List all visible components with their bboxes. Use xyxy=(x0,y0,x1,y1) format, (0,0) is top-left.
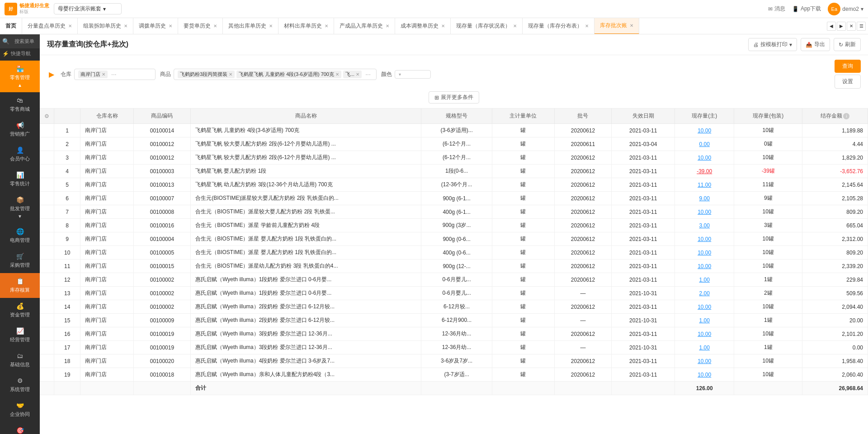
sidebar-item-retail-mall[interactable]: 🛍 零售商城 xyxy=(0,92,40,117)
sidebar-item-system-mgmt[interactable]: ⚙ 系统管理 xyxy=(0,373,40,397)
tab-inventory-status-label: 现存量（库存状况表） xyxy=(456,22,510,30)
td-qty-main[interactable]: 9.00 xyxy=(675,192,734,205)
nav-close-all-btn[interactable]: ✕ xyxy=(847,22,856,31)
td-qty-main[interactable]: 2.00 xyxy=(675,287,734,300)
tab-zu-chai[interactable]: 组装拆卸单历史 ✕ xyxy=(78,18,133,34)
expand-more-btn[interactable]: ⊞ 展开更多条件 xyxy=(429,91,479,104)
tab-yao-huo[interactable]: 要货单历史 ✕ xyxy=(178,18,223,34)
tab-cost-adj-close[interactable]: ✕ xyxy=(441,24,445,28)
td-qty-main[interactable]: 10.00 xyxy=(675,205,734,219)
td-qty-main[interactable]: 10.00 xyxy=(675,327,734,341)
tab-fen-pan[interactable]: 分量盘点单历史 ✕ xyxy=(22,18,78,34)
filter-warehouse-tag-close[interactable]: ✕ xyxy=(102,72,105,77)
tab-batch-voucher[interactable]: 库存批次账 ✕ xyxy=(594,18,639,34)
td-code: 00100002 xyxy=(133,300,190,314)
tab-product-in[interactable]: 产成品入库单历史 ✕ xyxy=(334,18,395,34)
filter-expand-icon[interactable]: ▶ xyxy=(47,70,56,79)
sidebar-item-retail-stats[interactable]: 📊 零售统计 xyxy=(0,167,40,192)
tab-zu-chai-close[interactable]: ✕ xyxy=(124,24,127,28)
tab-material-out-close[interactable]: ✕ xyxy=(325,24,328,28)
sidebar-quicknav-btn[interactable]: ⚡ 快捷导航 xyxy=(0,48,40,59)
sidebar-item-ecommerce[interactable]: 🌐 电商管理 xyxy=(0,223,40,248)
tab-tiao-bo-close[interactable]: ✕ xyxy=(169,24,172,28)
sidebar-item-member-center[interactable]: 👤 会员中心 xyxy=(0,142,40,167)
td-qty-pack: 2罐 xyxy=(734,287,802,300)
td-qty-main[interactable]: 1.00 xyxy=(675,341,734,354)
filter-color-input[interactable]: ▾ xyxy=(395,70,431,79)
sidebar-item-retail-mgmt[interactable]: 🏪 零售管理 ▲ xyxy=(0,61,40,92)
nav-prev-btn[interactable]: ◀ xyxy=(827,22,836,31)
sidebar-item-wholesale-mgmt[interactable]: 📦 批发管理 ▼ xyxy=(0,192,40,223)
sidebar-item-new-guide[interactable]: 🎯 新手引导 xyxy=(0,422,40,434)
tab-yao-huo-close[interactable]: ✕ xyxy=(213,24,217,28)
sidebar-item-system-mgmt-label: 系统管理 xyxy=(10,386,30,393)
content-area: 现存量查询(按仓库+批次) 🖨 按模板打印 ▾ 📤 导出 ↻ 刷新 xyxy=(40,34,868,434)
sidebar-item-base-info[interactable]: 🗂 基础信息 xyxy=(0,348,40,373)
tab-batch-voucher-close[interactable]: ✕ xyxy=(630,23,633,28)
nav-icon: ⚡ xyxy=(2,51,9,57)
filter-product-tag-3-close[interactable]: ✕ xyxy=(356,72,359,77)
td-qty-main[interactable]: 10.00 xyxy=(675,124,734,137)
tab-inventory-status-close[interactable]: ✕ xyxy=(513,24,517,28)
message-btn[interactable]: ✉ 消息 xyxy=(768,5,785,13)
td-qty-main[interactable]: 10.00 xyxy=(675,354,734,368)
th-settings[interactable]: ⚙ xyxy=(40,108,54,124)
sidebar-item-ops-mgmt[interactable]: 📈 经营管理 xyxy=(0,323,40,348)
tab-inventory-dist-close[interactable]: ✕ xyxy=(585,24,589,28)
tab-product-in-close[interactable]: ✕ xyxy=(386,24,389,28)
td-qty-main[interactable]: 11.00 xyxy=(675,178,734,192)
app-download-btn[interactable]: 📱 App下载 xyxy=(792,5,821,13)
td-spec: 900g (3岁... xyxy=(421,219,492,232)
tab-other-out-close[interactable]: ✕ xyxy=(269,24,273,28)
td-qty-main[interactable]: 10.00 xyxy=(675,259,734,273)
settings-icon[interactable]: ⚙ xyxy=(44,113,49,119)
td-unit: 罐 xyxy=(492,192,555,205)
filter-product-tag-1-close[interactable]: ✕ xyxy=(229,72,232,77)
td-qty-main[interactable]: 10.00 xyxy=(675,368,734,382)
print-btn[interactable]: 🖨 按模板打印 ▾ xyxy=(748,38,797,51)
warehouse-selector[interactable]: 母婴行业演示账套 ▾ xyxy=(54,3,122,14)
filter-warehouse-dots[interactable]: ··· xyxy=(111,71,117,78)
tab-other-out[interactable]: 其他出库单历史 ✕ xyxy=(223,18,278,34)
td-qty-main[interactable]: -39.00 xyxy=(675,165,734,178)
sidebar-item-base-info-label: 基础信息 xyxy=(10,361,30,368)
sidebar-item-marketing[interactable]: 📢 营销推广 xyxy=(0,117,40,142)
filter-warehouse-label: 仓库 xyxy=(61,71,71,78)
filter-product-tag-2-close[interactable]: ✕ xyxy=(335,72,339,77)
nav-next-btn[interactable]: ▶ xyxy=(837,22,846,31)
sidebar-item-enterprise-collab[interactable]: 🤝 企业协同 xyxy=(0,397,40,422)
td-qty-main[interactable]: 10.00 xyxy=(675,246,734,259)
td-name: 惠氏启赋（Wyeth illuma）亲和人体儿童配方奶粉4段（3... xyxy=(191,368,421,382)
td-qty-main[interactable]: 10.00 xyxy=(675,300,734,314)
sidebar-item-finance-mgmt[interactable]: 💰 资金管理 xyxy=(0,298,40,323)
sidebar-item-inventory-check[interactable]: 📋 库存核算 xyxy=(0,273,40,298)
query-btn[interactable]: 查询 xyxy=(835,60,861,73)
tab-tiao-bo[interactable]: 调拨单历史 ✕ xyxy=(133,18,178,34)
tab-home[interactable]: 首页 xyxy=(0,18,22,34)
tab-inventory-status[interactable]: 现存量（库存状况表） ✕ xyxy=(451,18,523,34)
td-balance: 2,060.40 xyxy=(802,368,868,382)
sidebar-search-btn[interactable]: 🔍 搜索菜单 xyxy=(0,34,40,48)
tab-material-out[interactable]: 材料出库单历史 ✕ xyxy=(278,18,334,34)
refresh-btn[interactable]: ↻ 刷新 xyxy=(834,38,861,51)
user-menu[interactable]: Ea demo2 ▾ xyxy=(828,3,863,15)
setting-btn[interactable]: 设置 xyxy=(835,75,861,89)
filter-product-tags[interactable]: 飞鹤奶粉3段丙简摆装 ✕ 飞鹤星飞帆 儿童奶粉 4段(3-6岁适用) 700克 … xyxy=(174,69,377,80)
td-qty-main[interactable]: 0.00 xyxy=(675,137,734,151)
tab-inventory-dist[interactable]: 现存量（库存分布表） ✕ xyxy=(523,18,594,34)
export-btn[interactable]: 📤 导出 xyxy=(801,38,830,51)
tab-fen-pan-close[interactable]: ✕ xyxy=(68,24,72,28)
td-qty-pack: 1罐 xyxy=(734,314,802,327)
td-qty-main[interactable]: 3.00 xyxy=(675,219,734,232)
td-qty-main[interactable]: 10.00 xyxy=(675,151,734,165)
filter-warehouse-tags[interactable]: 南岸门店 ✕ ··· xyxy=(74,69,156,80)
filter-product-dots[interactable]: ··· xyxy=(365,71,371,78)
td-qty-main[interactable]: 1.00 xyxy=(675,273,734,287)
nav-menu-btn[interactable]: ☰ xyxy=(857,22,866,31)
sidebar-item-purchase-mgmt[interactable]: 🛒 采购管理 xyxy=(0,248,40,273)
td-qty-main[interactable]: 1.00 xyxy=(675,314,734,327)
td-expire: 2021-10-31 xyxy=(612,341,675,354)
balance-info-icon[interactable]: i xyxy=(843,113,849,119)
tab-cost-adj[interactable]: 成本调整单历史 ✕ xyxy=(395,18,451,34)
td-qty-main[interactable]: 10.00 xyxy=(675,232,734,246)
